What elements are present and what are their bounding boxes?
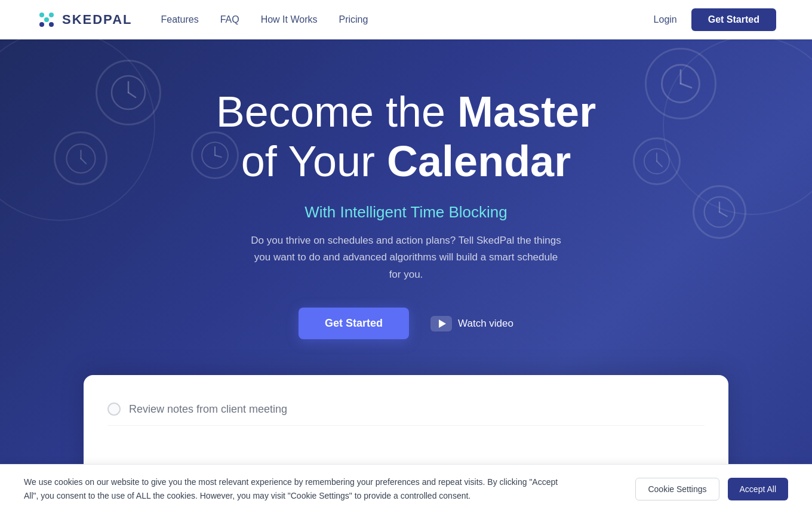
clock-decoration-3: [54, 131, 107, 185]
hero-subtitle: With Intelligent Time Blocking: [304, 203, 508, 222]
clock-decoration-1: [96, 60, 161, 125]
svg-point-3: [49, 22, 54, 27]
svg-line-16: [681, 84, 691, 88]
cookie-message: We use cookies on our website to give yo…: [24, 475, 561, 502]
cookie-settings-button[interactable]: Cookie Settings: [635, 478, 719, 500]
svg-point-2: [39, 22, 44, 27]
clock-decoration-5: [633, 137, 681, 185]
svg-line-22: [719, 212, 727, 216]
hero-content: Become the Master of Your Calendar With …: [216, 39, 596, 339]
task-checkbox[interactable]: [107, 403, 121, 416]
navbar-right: Login Get Started: [654, 8, 776, 31]
nav-link-features[interactable]: Features: [161, 14, 199, 25]
cookie-banner: We use cookies on our website to give yo…: [0, 464, 812, 513]
watch-video-label: Watch video: [458, 318, 513, 330]
hero-title-calendar: Calendar: [387, 137, 571, 185]
svg-line-19: [657, 161, 662, 167]
hero-section: Become the Master of Your Calendar With …: [0, 0, 812, 513]
navbar-left: SKEDPAL Features FAQ How It Works Pricin…: [36, 9, 368, 30]
hero-get-started-button[interactable]: Get Started: [299, 308, 409, 339]
nav-get-started-button[interactable]: Get Started: [691, 8, 776, 31]
nav-link-how-it-works[interactable]: How It Works: [261, 14, 318, 25]
hero-title-master: Master: [457, 88, 596, 136]
svg-point-1: [49, 13, 54, 17]
login-button[interactable]: Login: [654, 14, 677, 25]
logo[interactable]: SKEDPAL: [36, 9, 133, 30]
svg-point-0: [39, 13, 44, 17]
svg-line-7: [128, 93, 136, 97]
nav-link-pricing[interactable]: Pricing: [339, 14, 368, 25]
accept-all-button[interactable]: Accept All: [728, 478, 788, 500]
cookie-buttons: Cookie Settings Accept All: [635, 478, 788, 500]
hero-title-part2: of Your: [241, 137, 375, 185]
clock-decoration-6: [693, 185, 746, 239]
hero-title: Become the Master of Your Calendar: [216, 87, 596, 186]
bg-circle-left: [0, 30, 155, 221]
navbar: SKEDPAL Features FAQ How It Works Pricin…: [0, 0, 812, 39]
nav-link-faq[interactable]: FAQ: [220, 14, 239, 25]
clock-decoration-4: [645, 48, 716, 119]
svg-point-4: [44, 17, 49, 22]
skedpal-logo-icon: [36, 9, 57, 30]
svg-line-13: [81, 158, 86, 164]
hero-title-part1: Become the: [216, 88, 445, 136]
task-label: Review notes from client meeting: [129, 403, 287, 416]
video-play-icon: [430, 316, 452, 331]
watch-video-button[interactable]: Watch video: [430, 316, 513, 331]
hero-cta-group: Get Started Watch video: [299, 308, 513, 339]
logo-text: SKEDPAL: [62, 12, 133, 27]
hero-description: Do you thrive on schedules and action pl…: [251, 232, 561, 284]
nav-links: Features FAQ How It Works Pricing: [161, 14, 368, 25]
task-item: Review notes from client meeting: [107, 393, 705, 426]
